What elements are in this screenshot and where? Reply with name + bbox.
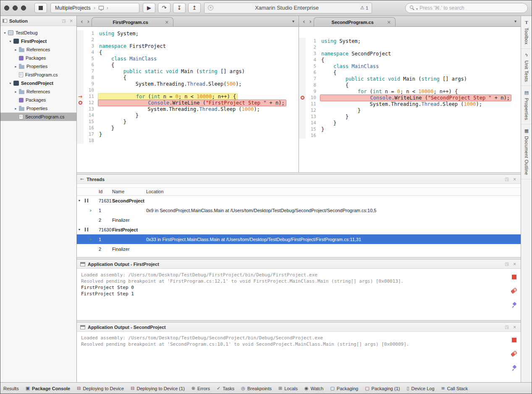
code-text[interactable]: using System; xyxy=(98,31,140,37)
navigate-forward-button[interactable] xyxy=(307,18,314,25)
breakpoint-gutter[interactable] xyxy=(299,76,306,82)
close-pad-button[interactable] xyxy=(512,262,517,266)
thread-row[interactable]: 2Finalizer xyxy=(77,244,521,254)
breakpoint-gutter[interactable] xyxy=(77,87,84,93)
column-location[interactable]: Location xyxy=(146,189,521,194)
breakpoint-gutter[interactable] xyxy=(77,68,84,74)
step-out-button[interactable] xyxy=(188,3,201,13)
thread-row[interactable]: 71630FirstProject xyxy=(77,225,521,234)
step-over-button[interactable] xyxy=(158,3,170,13)
dock-tab-unit-tests[interactable]: Unit Tests xyxy=(521,49,532,86)
code-text[interactable]: } xyxy=(98,119,128,125)
code-text[interactable]: Console.WriteLine ("FirstProject Step " … xyxy=(98,100,286,106)
dock-pad-button[interactable] xyxy=(504,325,509,329)
breakpoint-gutter[interactable] xyxy=(77,62,84,68)
search-input[interactable] xyxy=(419,5,523,11)
code-text[interactable]: } xyxy=(320,120,338,126)
pin-output-icon[interactable] xyxy=(511,365,517,371)
navigate-back-button[interactable] xyxy=(301,18,307,25)
warning-badge[interactable]: 1 xyxy=(360,5,368,11)
breakpoint-gutter[interactable] xyxy=(77,106,84,112)
code-text[interactable]: public static void Main (string [] args) xyxy=(320,76,468,82)
close-tab-icon[interactable] xyxy=(387,19,391,25)
expander-icon[interactable] xyxy=(8,39,13,43)
clear-console-icon[interactable] xyxy=(511,351,517,357)
breakpoint-gutter[interactable] xyxy=(299,50,306,57)
execution-pointer-icon[interactable] xyxy=(77,93,84,100)
run-button[interactable] xyxy=(143,3,155,13)
statusbar-tab-tasks[interactable]: Tasks xyxy=(217,386,234,391)
tree-item-packages[interactable]: Packages xyxy=(0,96,76,104)
code-text[interactable]: } xyxy=(98,125,115,131)
breakpoint-gutter[interactable] xyxy=(299,44,306,50)
breakpoint-gutter[interactable] xyxy=(299,132,306,139)
dock-pad-button[interactable] xyxy=(504,177,509,181)
dock-tab-properties[interactable]: Properties xyxy=(521,86,532,124)
tree-item-testdebug[interactable]: TestDebug xyxy=(0,29,76,37)
close-tab-icon[interactable] xyxy=(165,19,169,25)
breakpoint-gutter[interactable] xyxy=(299,113,306,120)
thread-row[interactable]: 10x33 in FirstProject.MainClass.Main at … xyxy=(77,234,521,244)
code-text[interactable]: class MainClass xyxy=(98,56,158,62)
code-text[interactable]: { xyxy=(320,82,350,88)
thread-row[interactable]: 2Finalizer xyxy=(77,215,521,225)
breakpoint-gutter[interactable] xyxy=(299,120,306,126)
code-text[interactable]: { xyxy=(98,50,103,55)
thread-row[interactable]: 10x9 in SecondProject.MainClass.Main at … xyxy=(77,205,521,215)
statusbar-tab-deploying-to-device-1[interactable]: Deploying to Device (1) xyxy=(131,386,185,391)
statusbar-tab-breakpoints[interactable]: Breakpoints xyxy=(241,386,272,391)
statusbar-tab-package-console[interactable]: Package Console xyxy=(26,386,71,391)
expander-icon[interactable] xyxy=(13,90,18,94)
expander-icon[interactable] xyxy=(13,48,18,52)
output-console[interactable]: Loaded assembly: /Users/tom/Desktop/Test… xyxy=(77,269,521,320)
close-pad-button[interactable] xyxy=(512,325,517,329)
breakpoint-gutter[interactable] xyxy=(299,38,306,44)
breakpoint-gutter[interactable] xyxy=(77,81,84,87)
editor-list-dropdown[interactable] xyxy=(512,19,519,24)
statusbar-tab-call-stack[interactable]: Call Stack xyxy=(441,386,468,391)
tree-item-secondproject[interactable]: SecondProject xyxy=(0,79,76,87)
breakpoint-gutter[interactable] xyxy=(299,57,306,63)
breakpoint-gutter[interactable] xyxy=(77,55,84,62)
breakpoint-gutter[interactable] xyxy=(77,125,84,131)
code-text[interactable]: public static void Main (string [] args) xyxy=(98,68,246,74)
editor-list-dropdown[interactable] xyxy=(290,19,297,24)
breakpoint-gutter[interactable] xyxy=(299,88,306,95)
code-text[interactable]: } xyxy=(320,114,350,120)
dock-pad-button[interactable] xyxy=(504,262,509,266)
code-text[interactable]: using System; xyxy=(320,38,362,44)
statusbar-tab-deploying-to-device[interactable]: Deploying to Device xyxy=(77,386,124,391)
code-text[interactable]: } xyxy=(98,113,140,118)
statusbar-tab-watch[interactable]: Watch xyxy=(304,386,323,391)
tree-item-references[interactable]: References xyxy=(0,87,76,96)
column-name[interactable]: Name xyxy=(112,189,146,194)
breakpoint-gutter[interactable] xyxy=(77,137,84,144)
breakpoint-gutter[interactable] xyxy=(77,118,84,125)
tree-item-packages[interactable]: Packages xyxy=(0,54,76,62)
code-text[interactable]: } xyxy=(320,108,362,113)
expander-icon[interactable] xyxy=(79,228,80,231)
code-text[interactable]: Console.WriteLine ("SecondProject Step "… xyxy=(320,95,511,101)
code-text[interactable]: namespace SecondProject xyxy=(320,51,392,57)
code-text[interactable]: for (int n = 0; n < 10000; n++) { xyxy=(98,93,238,100)
code-text[interactable]: { xyxy=(320,57,325,63)
breakpoint-gutter[interactable] xyxy=(299,107,306,113)
code-text[interactable]: { xyxy=(98,75,128,81)
breakpoint-gutter[interactable] xyxy=(299,69,306,76)
dock-tab-toolbox[interactable]: Toolbox xyxy=(521,16,532,49)
zoom-window-button[interactable] xyxy=(21,5,26,11)
code-text[interactable]: for (int n = 0; n < 10000; n++) { xyxy=(320,89,459,95)
code-text[interactable]: { xyxy=(98,62,115,68)
breakpoint-gutter[interactable] xyxy=(77,131,84,137)
editor-tab-firstprogram[interactable]: FirstProgram.cs xyxy=(92,17,173,26)
navigate-back-button[interactable] xyxy=(79,18,85,25)
code-text[interactable]: System.Threading.Thread.Sleep(500); xyxy=(98,81,243,87)
tree-item-references[interactable]: References xyxy=(0,45,76,54)
tree-item-properties[interactable]: Properties xyxy=(0,62,76,71)
stop-process-icon[interactable] xyxy=(512,338,516,342)
statusbar-tab-packaging[interactable]: Packaging xyxy=(330,386,358,391)
code-text[interactable]: } xyxy=(320,126,325,132)
breakpoint-gutter[interactable] xyxy=(77,43,84,49)
breakpoint-icon[interactable] xyxy=(299,95,306,101)
run-configuration-selector[interactable]: MultipleProjects xyxy=(50,3,139,13)
